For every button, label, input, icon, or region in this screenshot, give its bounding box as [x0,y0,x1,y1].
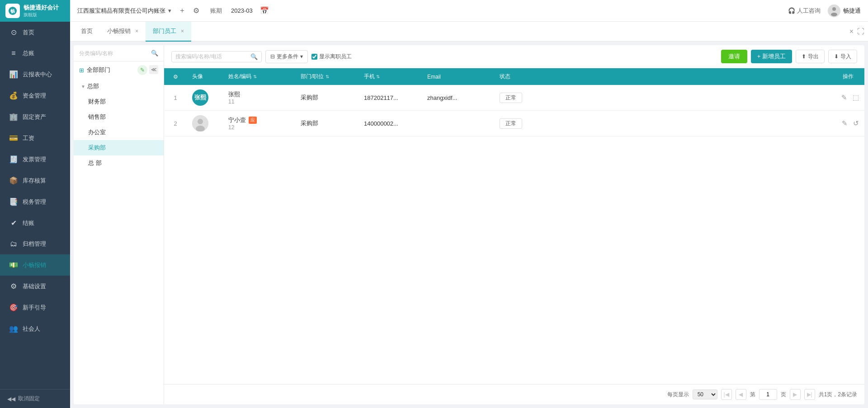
dept-finance[interactable]: 财务部 [74,94,164,109]
show-resigned-checkbox-label[interactable]: 显示离职员工 [311,53,352,61]
logout-icon-1[interactable]: ⬚ [853,94,859,102]
dept-search-input[interactable] [79,50,148,56]
right-panel: 🔍 ⊟ 更多条件 ▾ 显示离职员工 邀请 + 新增员工 [164,45,864,404]
avatar-ningxiaoyi [192,115,208,131]
dept-sales[interactable]: 销售部 [74,109,164,125]
dept-hq[interactable]: ▼ 总部 [74,79,164,94]
show-resigned-label: 显示离职员工 [319,53,352,61]
sidebar-item-label: 固定资产 [23,113,46,121]
page-input[interactable] [759,389,777,400]
last-page-btn[interactable]: ▶| [804,389,815,400]
period-value: 2023-03 [231,7,253,14]
search-input[interactable] [175,53,248,60]
per-page-select[interactable]: 50 10 20 100 [693,389,717,399]
tab-dept-employee[interactable]: 部门员工 × [146,22,191,42]
settings-icon-btn[interactable]: ⚙ [193,6,199,15]
add-employee-button[interactable]: + 新增员工 [751,50,792,63]
toolbar-right: 邀请 + 新增员工 ⬆ 导出 ⬇ 导入 [721,50,857,63]
dept-collapse-btn[interactable]: ≪ [149,65,158,74]
th-name-code[interactable]: 姓名/编码 ⇅ [223,68,295,85]
dept-all-label: 全部部门 [87,66,110,74]
row2-avatar [187,111,223,136]
dept-add-icon[interactable]: ✎ [137,65,147,75]
tab-dept-close[interactable]: × [181,28,184,34]
dept-all-header[interactable]: ⊞ 全部部门 ✎ ≪ [74,61,164,79]
th-settings[interactable]: ⚙ [164,68,187,85]
sidebar-item-label: 归档管理 [23,240,46,248]
th-phone[interactable]: 手机 ⇅ [359,68,422,85]
sidebar-unpin[interactable]: ◀◀ 取消固定 [0,389,70,408]
row2-phone: 140000002... [359,111,422,136]
user-name: 畅捷通 [843,7,861,15]
edit-icon-1[interactable]: ✎ [841,94,847,102]
add-button[interactable]: ＋ [179,6,186,15]
tab-home[interactable]: 首页 [74,22,100,42]
per-page-label: 每页显示 [667,391,689,399]
sidebar-item-label: 社会人 [23,325,40,333]
refresh-icon-2[interactable]: ↺ [853,119,859,127]
sidebar-item-assets[interactable]: 🏢 固定资产 [0,106,70,127]
avatar-zhangxi: 张熙 [192,89,208,106]
guide-icon: 🎯 [9,303,18,312]
th-dept[interactable]: 部门/职位 ⇅ [295,68,359,85]
search-input-wrap: 🔍 [171,51,262,62]
employee-table: ⚙ 头像 姓名/编码 ⇅ 部门/职位 ⇅ [164,68,864,136]
export-icon: ⬆ [802,53,806,60]
inventory-icon: 📦 [9,176,18,185]
import-button[interactable]: ⬇ 导入 [828,50,857,63]
sidebar-item-reports[interactable]: 📊 云报表中心 [0,64,70,85]
tab-fullscreen-btn[interactable]: ⛶ [857,28,864,36]
next-page-btn[interactable]: ▶ [790,389,801,400]
dept-office[interactable]: 办公室 [74,125,164,140]
right-header: 🎧 人工咨询 畅捷通 [788,5,861,17]
invite-button[interactable]: 邀请 [721,50,747,63]
period-label: 账期 [210,7,222,15]
tab-expense-close[interactable]: × [135,28,138,34]
table-header: ⚙ 头像 姓名/编码 ⇅ 部门/职位 ⇅ [164,68,864,85]
service-label: 人工咨询 [797,7,821,15]
sidebar-item-label: 新手引导 [23,304,46,312]
tab-close-all-btn[interactable]: × [849,28,854,36]
sidebar-item-expense[interactable]: 💵 小畅报销 [0,254,70,276]
show-resigned-checkbox[interactable] [311,54,317,60]
dept-search-icon: 🔍 [151,50,158,56]
sidebar-item-label: 总账 [23,49,34,57]
total-label: 共1页，2条记录 [819,391,857,399]
page-unit: 页 [781,391,786,399]
search-icon: 🔍 [250,53,258,60]
sidebar-item-home[interactable]: ⊙ 首页 [0,22,70,43]
user-info[interactable]: 畅捷通 [828,5,861,17]
sidebar-item-invoice[interactable]: 🧾 发票管理 [0,149,70,170]
row2-dept: 采购部 [295,111,359,136]
sidebar-item-archive[interactable]: 🗂 归档管理 [0,234,70,254]
tab-expense[interactable]: 小畅报销 × [100,22,146,42]
sidebar-item-fund[interactable]: 💰 资金管理 [0,85,70,106]
sidebar-item-settings[interactable]: ⚙ 基础设置 [0,276,70,297]
company-selector[interactable]: 江西服宝精品有限责任公司内账张 ▾ [77,7,171,15]
tab-dept-label: 部门员工 [153,27,176,35]
dept-general[interactable]: 总 部 [74,155,164,171]
export-button[interactable]: ⬆ 导出 [796,50,825,63]
sidebar-item-partner[interactable]: 👥 社会人 [0,318,70,339]
edit-icon-2[interactable]: ✎ [842,119,848,127]
sidebar-item-payroll[interactable]: 💳 工资 [0,127,70,149]
prev-page-btn[interactable]: ◀ [736,389,746,400]
sidebar-item-inventory[interactable]: 📦 库存核算 [0,170,70,191]
row2-index: 2 [164,111,187,136]
status-badge-1: 正常 [500,93,522,103]
sidebar-item-label: 小畅报销 [23,261,46,269]
partner-icon: 👥 [9,324,18,333]
sidebar-item-guide[interactable]: 🎯 新手引导 [0,297,70,318]
sidebar-item-ledger[interactable]: ≡ 总账 [0,43,70,64]
dept-purchase[interactable]: 采购部 [74,140,164,155]
service-button[interactable]: 🎧 人工咨询 [788,7,821,15]
calendar-icon-btn[interactable]: 📅 [260,6,269,15]
logo-text-area: 畅捷通好会计 旗舰版 [24,4,59,18]
sidebar-item-settlement[interactable]: ✔ 结账 [0,212,70,234]
row2-status: 正常 [494,111,585,136]
sidebar-item-label: 税务管理 [23,198,46,206]
sidebar-item-tax[interactable]: 📑 税务管理 [0,191,70,212]
filter-button[interactable]: ⊟ 更多条件 ▾ [265,50,308,63]
first-page-btn[interactable]: |◀ [721,389,732,400]
row1-actions: ✎ ⬚ [585,85,864,111]
